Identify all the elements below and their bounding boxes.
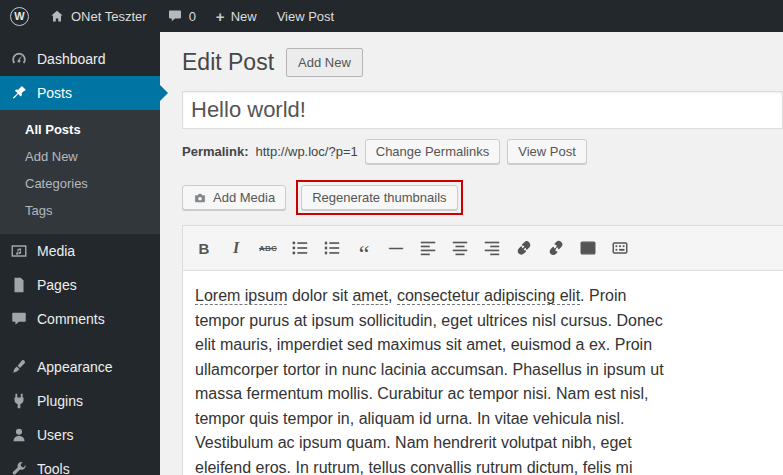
sidebar-item-tools[interactable]: Tools <box>0 452 160 475</box>
page-header: Edit Post Add New <box>182 48 783 77</box>
plugin-icon <box>10 392 28 410</box>
wrench-icon <box>10 460 28 475</box>
numbered-list-button[interactable] <box>319 236 345 260</box>
sidebar-item-dashboard[interactable]: Dashboard <box>0 42 160 76</box>
bulleted-list-button[interactable] <box>287 236 313 260</box>
toolbar-toggle-button[interactable] <box>607 236 633 260</box>
bulleted-list-icon <box>291 239 309 257</box>
sidebar-item-media[interactable]: Media <box>0 234 160 268</box>
blockquote-button[interactable]: “ <box>351 230 377 266</box>
link-icon <box>515 239 533 257</box>
align-center-button[interactable] <box>447 236 473 260</box>
posts-submenu: All Posts Add New Categories Tags <box>0 110 160 234</box>
sidebar-item-users[interactable]: Users <box>0 418 160 452</box>
sidebar-item-add-new[interactable]: Add New <box>0 143 160 170</box>
page-icon <box>10 276 28 294</box>
insert-link-button[interactable] <box>511 236 537 260</box>
add-media-button[interactable]: Add Media <box>182 185 286 210</box>
sidebar-item-all-posts[interactable]: All Posts <box>0 116 160 143</box>
gauge-icon <box>10 50 28 68</box>
post-editor: B I ABC “ — <box>182 225 783 475</box>
more-tag-icon <box>579 239 597 257</box>
menu-separator <box>0 336 160 350</box>
media-buttons-row: Add Media Regenerate thumbnails <box>182 180 783 215</box>
permalink-label: Permalink: <box>182 144 248 159</box>
brush-icon <box>10 358 28 376</box>
editor-toolbar: B I ABC “ — <box>183 226 783 271</box>
sidebar-item-categories[interactable]: Categories <box>0 170 160 197</box>
change-permalinks-button[interactable]: Change Permalinks <box>365 139 500 164</box>
bold-button[interactable]: B <box>191 236 217 260</box>
sidebar-item-posts[interactable]: Posts <box>0 76 160 110</box>
sidebar-item-comments[interactable]: Comments <box>0 302 160 336</box>
horizontal-rule-button[interactable]: — <box>383 236 409 260</box>
comment-bubble-icon <box>167 8 183 24</box>
wordpress-logo-menu[interactable]: W <box>0 0 39 32</box>
admin-bar-new[interactable]: + New <box>206 0 267 32</box>
admin-bar-comments[interactable]: 0 <box>157 0 206 32</box>
align-right-button[interactable] <box>479 236 505 260</box>
site-name-menu[interactable]: ONet Teszter <box>39 0 157 32</box>
align-right-icon <box>483 239 501 257</box>
media-icon <box>10 242 28 260</box>
view-post-button[interactable]: View Post <box>507 139 587 164</box>
admin-bar: W ONet Teszter 0 + New View Post <box>0 0 783 32</box>
plus-icon: + <box>216 9 225 24</box>
post-title-input[interactable] <box>182 91 783 129</box>
person-icon <box>10 426 28 444</box>
editor-content[interactable]: Lorem ipsum dolor sit amet, consectetur … <box>183 271 783 475</box>
numbered-list-icon <box>323 239 341 257</box>
add-new-button[interactable]: Add New <box>286 48 363 77</box>
sidebar-item-appearance[interactable]: Appearance <box>0 350 160 384</box>
sidebar-item-plugins[interactable]: Plugins <box>0 384 160 418</box>
comment-bubble-icon <box>10 310 28 328</box>
permalink-url: http://wp.loc/?p=1 <box>255 144 357 159</box>
sidebar-item-tags[interactable]: Tags <box>0 197 160 224</box>
admin-menu: Dashboard Posts All Posts Add New Catego… <box>0 32 160 475</box>
camera-icon <box>193 191 207 205</box>
wordpress-logo-icon: W <box>10 7 29 26</box>
align-center-icon <box>451 239 469 257</box>
pushpin-icon <box>10 84 28 102</box>
unlink-icon <box>547 239 565 257</box>
align-left-button[interactable] <box>415 236 441 260</box>
align-left-icon <box>419 239 437 257</box>
comments-count: 0 <box>189 9 196 24</box>
edit-post-screen: Edit Post Add New Permalink: http://wp.l… <box>160 32 783 475</box>
annotation-highlight-box: Regenerate thumbnails <box>296 180 462 215</box>
new-label: New <box>231 9 257 24</box>
site-name: ONet Teszter <box>71 9 147 24</box>
editor-text: Lorem ipsum dolor sit amet, consectetur … <box>195 284 771 475</box>
sidebar-item-pages[interactable]: Pages <box>0 268 160 302</box>
permalink-row: Permalink: http://wp.loc/?p=1 Change Per… <box>182 139 783 164</box>
toolbar-toggle-icon <box>611 239 629 257</box>
home-icon <box>49 8 65 24</box>
regenerate-thumbnails-button[interactable]: Regenerate thumbnails <box>301 185 457 210</box>
insert-more-tag-button[interactable] <box>575 236 601 260</box>
italic-button[interactable]: I <box>223 236 249 260</box>
admin-bar-view-post[interactable]: View Post <box>267 0 345 32</box>
page-title: Edit Post <box>182 49 274 77</box>
remove-link-button[interactable] <box>543 236 569 260</box>
strikethrough-button[interactable]: ABC <box>255 236 281 260</box>
